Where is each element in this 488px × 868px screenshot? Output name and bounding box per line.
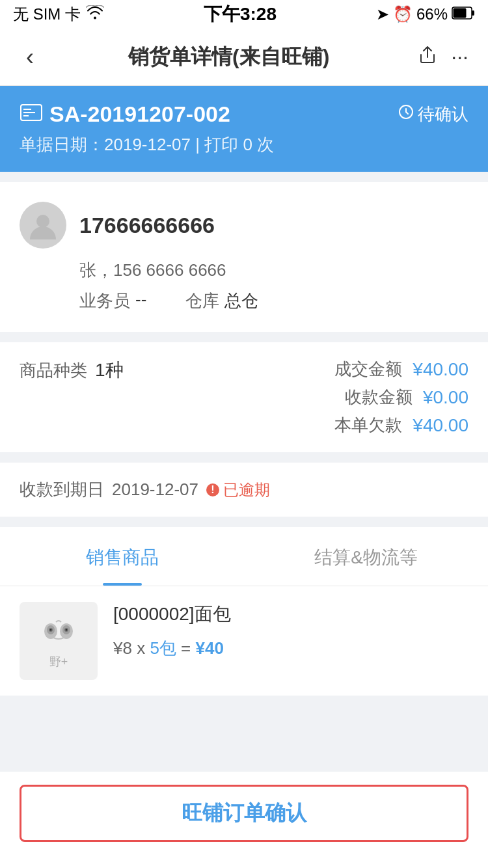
received-value: ¥0.00 bbox=[423, 387, 468, 408]
order-number: SA-20191207-002 bbox=[20, 102, 230, 127]
owed-value: ¥40.00 bbox=[413, 415, 468, 436]
customer-avatar bbox=[20, 202, 66, 249]
product-thumb-inner: 野+ bbox=[39, 613, 78, 670]
owed-label: 本单欠款 bbox=[334, 414, 402, 437]
confirm-order-button[interactable]: 旺铺订单确认 bbox=[20, 785, 468, 842]
svg-rect-1 bbox=[472, 10, 474, 16]
status-right: ➤ ⏰ 66% bbox=[376, 5, 475, 23]
category-label: 商品种类 bbox=[20, 359, 87, 382]
brand-owl-icon bbox=[39, 613, 78, 651]
warehouse-label: 仓库 bbox=[185, 290, 219, 312]
summary-right: 成交金额 ¥40.00 收款金额 ¥0.00 本单欠款 ¥40.00 bbox=[334, 358, 468, 437]
battery-icon bbox=[452, 5, 475, 23]
product-item: 野+ [0000002]面包 ¥8 x 5包 = ¥40 bbox=[0, 586, 488, 696]
svg-rect-5 bbox=[23, 112, 35, 113]
tabs-container: 销售商品 结算&物流等 bbox=[0, 527, 488, 696]
order-header-top: SA-20191207-002 待确认 bbox=[20, 102, 468, 127]
product-price: ¥8 x 5包 = ¥40 bbox=[113, 637, 468, 660]
brand-label: 野+ bbox=[49, 654, 68, 670]
salesperson-label: 业务员 bbox=[79, 290, 130, 312]
order-icon bbox=[20, 102, 43, 127]
deal-amount-label: 成交金额 bbox=[334, 358, 402, 381]
share-button[interactable] bbox=[417, 44, 438, 70]
product-name: [0000002]面包 bbox=[113, 602, 468, 627]
bottom-action-bar: 旺铺订单确认 bbox=[0, 772, 488, 868]
warehouse-item: 仓库 总仓 bbox=[185, 290, 258, 312]
svg-point-15 bbox=[50, 629, 52, 631]
customer-name-info: 张，156 6666 6666 bbox=[20, 259, 468, 282]
multiply-sign: x bbox=[137, 638, 145, 658]
tab-products[interactable]: 销售商品 bbox=[0, 527, 244, 586]
price-qty: 5包 bbox=[150, 638, 176, 658]
warehouse-value: 总仓 bbox=[224, 290, 258, 312]
owed-row: 本单欠款 ¥40.00 bbox=[334, 414, 468, 437]
customer-phone: 17666666666 bbox=[79, 213, 215, 238]
deal-amount-row: 成交金额 ¥40.00 bbox=[334, 358, 468, 381]
due-date-card: 收款到期日 2019-12-07 ! 已逾期 bbox=[0, 463, 488, 517]
summary-left: 商品种类 1种 bbox=[20, 358, 124, 383]
svg-point-8 bbox=[36, 215, 49, 228]
received-label: 收款金额 bbox=[345, 386, 413, 409]
clock-icon bbox=[398, 104, 414, 124]
customer-meta: 业务员 -- 仓库 总仓 bbox=[20, 290, 468, 312]
svg-point-16 bbox=[66, 629, 68, 631]
sim-status: 无 SIM 卡 bbox=[13, 4, 81, 25]
salesperson-value: -- bbox=[135, 290, 146, 312]
page-title: 销货单详情(来自旺铺) bbox=[128, 43, 329, 72]
svg-rect-4 bbox=[23, 109, 31, 110]
product-info: [0000002]面包 ¥8 x 5包 = ¥40 bbox=[113, 602, 468, 660]
salesperson-item: 业务员 -- bbox=[79, 290, 146, 312]
due-date-value: 2019-12-07 bbox=[112, 480, 198, 500]
received-row: 收款金额 ¥0.00 bbox=[345, 386, 468, 409]
price-total: ¥40 bbox=[196, 638, 224, 658]
overdue-icon: ! bbox=[206, 483, 219, 496]
status-left: 无 SIM 卡 bbox=[13, 4, 104, 25]
back-button[interactable]: ‹ bbox=[20, 37, 40, 77]
deal-amount-value: ¥40.00 bbox=[413, 359, 468, 380]
more-button[interactable]: ··· bbox=[451, 45, 468, 69]
wifi-icon bbox=[86, 5, 104, 23]
battery-text: 66% bbox=[416, 5, 448, 23]
location-icon: ➤ bbox=[376, 5, 389, 23]
svg-rect-6 bbox=[23, 115, 29, 116]
order-date: 单据日期：2019-12-07 | 打印 0 次 bbox=[20, 133, 468, 156]
status-time: 下午3:28 bbox=[204, 2, 277, 27]
customer-card: 17666666666 张，156 6666 6666 业务员 -- 仓库 总仓 bbox=[0, 182, 488, 332]
nav-actions: ··· bbox=[417, 44, 468, 70]
nav-bar: ‹ 销货单详情(来自旺铺) ··· bbox=[0, 29, 488, 86]
summary-card: 商品种类 1种 成交金额 ¥40.00 收款金额 ¥0.00 本单欠款 ¥40.… bbox=[0, 342, 488, 452]
price-unit: ¥8 bbox=[113, 638, 132, 658]
svg-rect-2 bbox=[453, 8, 466, 18]
status-bar: 无 SIM 卡 下午3:28 ➤ ⏰ 66% bbox=[0, 0, 488, 29]
tabs-header: 销售商品 结算&物流等 bbox=[0, 527, 488, 586]
category-value: 1种 bbox=[95, 358, 124, 383]
product-thumbnail: 野+ bbox=[20, 602, 98, 680]
alarm-icon: ⏰ bbox=[393, 5, 413, 23]
order-status: 待确认 bbox=[398, 103, 468, 126]
order-header: SA-20191207-002 待确认 单据日期：2019-12-07 | 打印… bbox=[0, 86, 488, 172]
due-date-label: 收款到期日 bbox=[20, 478, 104, 501]
overdue-badge: ! 已逾期 bbox=[206, 480, 270, 500]
customer-top: 17666666666 bbox=[20, 202, 468, 249]
overdue-text: 已逾期 bbox=[223, 480, 270, 500]
tab-settlement[interactable]: 结算&物流等 bbox=[244, 527, 488, 586]
equals-sign: = bbox=[181, 638, 191, 658]
